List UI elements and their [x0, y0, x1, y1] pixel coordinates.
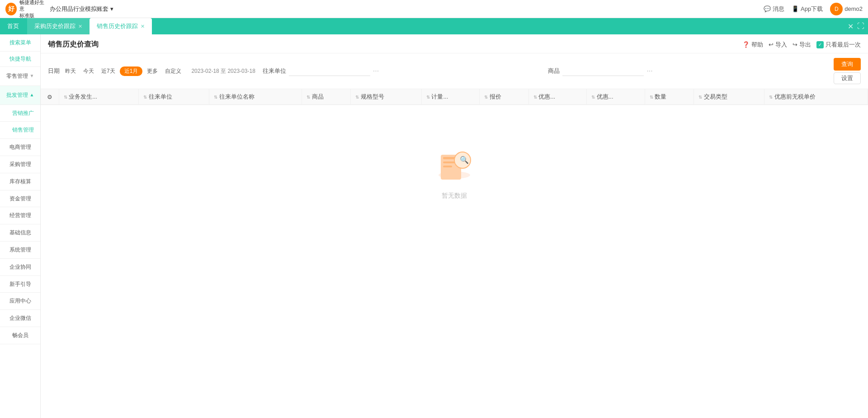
message-button[interactable]: 💬 消息: [764, 5, 784, 13]
from-unit-dots[interactable]: ···: [373, 67, 379, 75]
sort-icon: ⇅: [426, 95, 430, 100]
tab-bar-actions: ✕ ⛶: [848, 22, 868, 31]
sidebar-item-system[interactable]: 系统管理: [0, 242, 40, 259]
download-icon: 📱: [792, 5, 799, 12]
page-title: 销售历史价查询: [48, 40, 99, 49]
table-col-spec[interactable]: ⇅ 规格型号: [351, 89, 421, 105]
table-col-settings[interactable]: ⚙: [41, 89, 59, 105]
top-header: 好 畅捷通好生意 标准版 办公用品行业模拟账套 ▾ 💬 消息 📱 App下载 D…: [0, 0, 868, 18]
table-col-qty[interactable]: ⇅ 数量: [645, 89, 693, 105]
filter-actions: 查询 设置: [834, 58, 861, 84]
chevron-down-icon: ▾: [110, 5, 113, 12]
table-col-unit[interactable]: ⇅ 计量...: [421, 89, 479, 105]
sidebar-item-wholesale[interactable]: 批发管理 ▲: [0, 86, 40, 105]
table-col-price[interactable]: ⇅ 报价: [480, 89, 528, 105]
sort-icon: ⇅: [214, 95, 217, 100]
filter-settings-button[interactable]: 设置: [834, 72, 861, 84]
sidebar-item-wechat[interactable]: 企业微信: [0, 310, 40, 327]
sidebar-item-sales-mgmt[interactable]: 销售管理: [0, 122, 40, 139]
sidebar-item-guide[interactable]: 新手引导: [0, 276, 40, 293]
sidebar-item-purchase[interactable]: 采购管理: [0, 156, 40, 173]
sort-icon: ⇅: [64, 95, 67, 100]
settings-icon: ⚙: [47, 94, 52, 100]
empty-state: 🔍 暂无数据: [41, 105, 868, 236]
tab-close-sales[interactable]: ✕: [141, 24, 145, 29]
table-col-unit-name[interactable]: ⇅ 往来单位名称: [209, 89, 302, 105]
logo-area: 好 畅捷通好生意 标准版: [5, 0, 46, 19]
sidebar-item-member[interactable]: 畅会员: [0, 327, 40, 344]
page-header: 销售历史价查询 ❓ 帮助 ↩ 导入 ↪ 导出 ✓ 只看最后一次: [41, 34, 868, 53]
svg-rect-4: [443, 166, 452, 167]
goods-dots[interactable]: ···: [646, 67, 652, 75]
page-container: 销售历史价查询 ❓ 帮助 ↩ 导入 ↪ 导出 ✓ 只看最后一次: [41, 34, 868, 418]
date-btn-yesterday[interactable]: 昨天: [62, 66, 79, 76]
goods-input[interactable]: [562, 66, 644, 76]
sidebar: 搜索菜单 快捷导航 零售管理 ▼ 批发管理 ▲ 营销推广 销售管理 电商管理 采…: [0, 34, 41, 418]
table-col-discount1[interactable]: ⇅ 优惠...: [528, 89, 586, 105]
sort-icon: ⇅: [484, 95, 488, 100]
filter-bar: 日期 昨天 今天 近7天 近1月 更多 自定义 2023-02-18 至 202…: [41, 53, 868, 89]
checkbox-icon: ✓: [816, 41, 824, 48]
help-icon: ❓: [742, 41, 750, 48]
sidebar-item-appstore[interactable]: 应用中心: [0, 293, 40, 310]
chevron-up-icon: ▲: [30, 92, 34, 98]
help-button[interactable]: ❓ 帮助: [742, 41, 763, 49]
app-download-button[interactable]: 📱 App下载: [792, 5, 823, 13]
date-btn-1month[interactable]: 近1月: [120, 66, 143, 76]
logo-text: 畅捷通好生意 标准版: [19, 0, 46, 19]
sort-icon: ⇅: [591, 95, 595, 100]
sidebar-nav[interactable]: 快捷导航: [0, 52, 40, 67]
sort-icon: ⇅: [698, 95, 702, 100]
goods-label: 商品: [548, 67, 560, 75]
tab-close-purchase[interactable]: ✕: [78, 24, 82, 29]
tab-purchase-history[interactable]: 采购历史价跟踪 ✕: [27, 18, 90, 34]
sidebar-item-retail[interactable]: 零售管理 ▼: [0, 67, 40, 86]
header-left: 好 畅捷通好生意 标准版 办公用品行业模拟账套 ▾: [5, 0, 113, 19]
sort-icon: ⇅: [355, 95, 359, 100]
sort-icon: ⇅: [307, 95, 310, 100]
sidebar-item-enterprise[interactable]: 企业协同: [0, 259, 40, 276]
table-header-row: ⚙ ⇅ 业务发生... ⇅ 往来单位 ⇅ 往来单位名称: [41, 89, 868, 105]
svg-rect-3: [443, 162, 456, 163]
page-actions: ❓ 帮助 ↩ 导入 ↪ 导出 ✓ 只看最后一次: [742, 41, 861, 49]
sidebar-item-inventory[interactable]: 库存核算: [0, 173, 40, 190]
sidebar-item-ecommerce[interactable]: 电商管理: [0, 139, 40, 156]
goods-filter: 商品 ···: [548, 66, 826, 76]
tab-home[interactable]: 首页: [0, 18, 26, 34]
date-btn-custom[interactable]: 自定义: [162, 66, 184, 76]
sidebar-item-basic[interactable]: 基础信息: [0, 224, 40, 242]
only-last-checkbox[interactable]: ✓ 只看最后一次: [816, 41, 861, 49]
workspace-selector[interactable]: 办公用品行业模拟账套 ▾: [50, 5, 113, 13]
tab-sales-history[interactable]: 销售历史价跟踪 ✕: [90, 18, 152, 34]
date-btn-today[interactable]: 今天: [80, 66, 97, 76]
from-unit-filter: 往来单位 ···: [263, 66, 541, 76]
sidebar-search[interactable]: 搜索菜单: [0, 34, 40, 52]
table-col-trade-type[interactable]: ⇅ 交易类型: [693, 89, 764, 105]
sort-icon: ⇅: [650, 95, 653, 100]
date-label: 日期: [48, 67, 60, 75]
empty-text: 暂无数据: [442, 192, 467, 200]
user-profile[interactable]: D demo2: [830, 3, 863, 15]
sidebar-item-marketing[interactable]: 营销推广: [0, 105, 40, 122]
svg-text:🔍: 🔍: [460, 156, 469, 164]
maximize-button[interactable]: ⛶: [857, 22, 864, 30]
table-col-biz-date[interactable]: ⇅ 业务发生...: [59, 89, 139, 105]
from-unit-label: 往来单位: [263, 67, 286, 75]
table-col-discount2[interactable]: ⇅ 优惠...: [587, 89, 645, 105]
date-btn-7days[interactable]: 近7天: [99, 66, 118, 76]
query-button[interactable]: 查询: [834, 58, 861, 71]
import-button[interactable]: ↩ 导入: [769, 41, 787, 49]
sidebar-item-operation[interactable]: 经营管理: [0, 207, 40, 224]
from-unit-input[interactable]: [289, 66, 370, 76]
date-btn-more[interactable]: 更多: [144, 66, 160, 76]
import-icon: ↩: [769, 41, 774, 48]
table-col-unit-code[interactable]: ⇅ 往来单位: [139, 89, 209, 105]
table-col-no-tax-price[interactable]: ⇅ 优惠前无税单价: [764, 89, 868, 105]
sort-icon: ⇅: [143, 95, 147, 100]
logo-icon: 好: [5, 3, 17, 15]
close-tab-button[interactable]: ✕: [848, 22, 854, 31]
export-button[interactable]: ↪ 导出: [793, 41, 811, 49]
tab-bar: 首页 采购历史价跟踪 ✕ 销售历史价跟踪 ✕ ✕ ⛶: [0, 18, 868, 34]
sidebar-item-finance[interactable]: 资金管理: [0, 190, 40, 208]
table-col-goods[interactable]: ⇅ 商品: [302, 89, 350, 105]
